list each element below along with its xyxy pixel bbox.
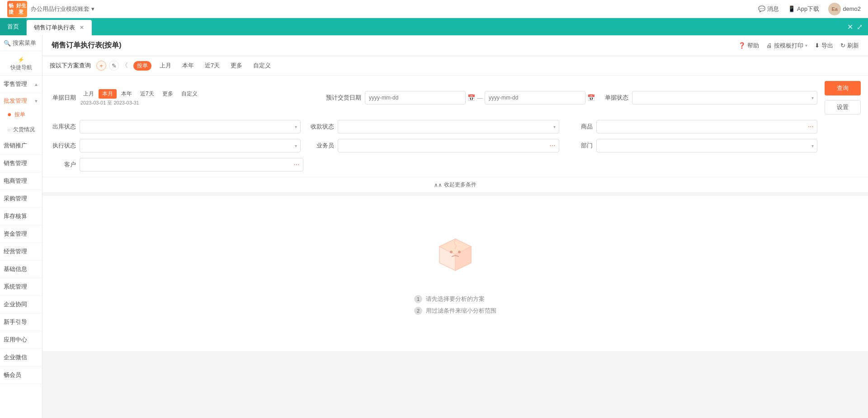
help-btn[interactable]: ❓ 帮助 (738, 42, 759, 50)
print-icon: 🖨 (766, 42, 772, 49)
app-download-item[interactable]: 📱 App下载 (788, 5, 819, 13)
refresh-btn[interactable]: ↻ 刷新 (840, 42, 859, 50)
template-print-btn[interactable]: 🖨 按模板打印 ▾ (766, 42, 807, 50)
quick-nav-icon: ⚡ (18, 57, 24, 63)
message-item[interactable]: 💬 消息 (758, 5, 779, 13)
tab-home-label: 首页 (7, 23, 19, 31)
sidebar: 🔍 搜索菜单 ⚡ 快捷导航 零售管理 ▲ 批发管理 ▼ ● 按单 ○ (0, 35, 42, 418)
delivery-date-start-input[interactable] (365, 91, 466, 104)
tab-maximize-icon[interactable]: ⤢ (857, 23, 863, 31)
date-opt-this-year[interactable]: 本年 (118, 89, 136, 99)
outbound-select[interactable] (80, 120, 301, 133)
user-item[interactable]: Ea demo2 (828, 3, 861, 15)
department-select[interactable] (596, 139, 817, 152)
sidebar-item-marketing[interactable]: 营销推广 (0, 137, 42, 155)
sidebar-search[interactable]: 🔍 搜索菜单 (0, 35, 42, 51)
department-select-wrapper: ▾ (596, 139, 817, 152)
salesperson-control: ··· (338, 139, 559, 152)
tip-num-2: 2 (414, 307, 422, 315)
scheme-tag-more[interactable]: 更多 (228, 61, 245, 71)
date-opt-last-month[interactable]: 上月 (80, 89, 98, 99)
header-left: 畅捷 好生意 办公用品行业模拟账套 ▾ (7, 1, 94, 17)
filter-row-1: 单据日期 上月 本月 本年 近7天 更多 自定义 2023- (50, 81, 861, 114)
sidebar-item-sales-mgmt[interactable]: 销售管理 (0, 155, 42, 172)
collapse-bar[interactable]: ∧∧ 收起更多条件 (42, 177, 868, 192)
date-opt-this-month[interactable]: 本月 (99, 89, 117, 99)
user-name: demo2 (843, 5, 861, 12)
scheme-tag-custom[interactable]: 自定义 (250, 61, 274, 71)
tab-close-all-icon[interactable]: ✕ (847, 23, 853, 31)
payment-select[interactable] (338, 120, 559, 133)
delivery-date-label: 预计交货日期 (326, 94, 361, 102)
sidebar-item-wechat-label: 企业微信 (4, 353, 27, 361)
sidebar-quick-nav[interactable]: ⚡ 快捷导航 (0, 54, 42, 74)
date-opt-last7[interactable]: 近7天 (137, 89, 158, 99)
payment-label: 收款状态 (308, 123, 334, 131)
sidebar-item-basic[interactable]: 基础信息 (0, 261, 42, 278)
doc-date-control: 上月 本月 本年 近7天 更多 自定义 2023-03-01 至 2023-03 (80, 89, 319, 106)
sidebar-item-system-label: 系统管理 (4, 283, 27, 291)
breadcrumb-arrow-icon[interactable]: ▾ (91, 5, 94, 12)
date-end-calendar-icon[interactable]: 📅 (587, 94, 595, 101)
product-ellipsis-icon[interactable]: ··· (806, 123, 816, 131)
search-button[interactable]: 查询 (825, 81, 861, 95)
settings-button[interactable]: 设置 (825, 100, 861, 114)
outbound-label: 出库状态 (50, 123, 76, 131)
sidebar-item-enterprise[interactable]: 企业协同 (0, 296, 42, 314)
svg-point-3 (450, 251, 453, 253)
tab-close-icon[interactable]: ✕ (80, 24, 84, 31)
salesperson-ellipsis-icon[interactable]: ··· (547, 142, 557, 150)
doc-date-label: 单据日期 (50, 94, 76, 102)
sidebar-item-system[interactable]: 系统管理 (0, 278, 42, 296)
scheme-add-icon: + (99, 62, 103, 69)
export-btn[interactable]: ⬇ 导出 (815, 42, 833, 50)
tab-sales-exec[interactable]: 销售订单执行表 ✕ (27, 20, 92, 35)
scheme-tag-thisyear[interactable]: 本年 (179, 61, 197, 71)
scheme-collapse-icon[interactable]: 《 (122, 62, 128, 70)
scheme-tag-last7[interactable]: 近7天 (202, 61, 222, 71)
payment-select-wrapper: ▾ (338, 120, 559, 133)
sidebar-item-wechat[interactable]: 企业微信 (0, 349, 42, 366)
doc-status-select[interactable] (632, 91, 817, 104)
sidebar-item-wholesale[interactable]: 批发管理 ▼ (0, 93, 42, 107)
avatar-text: Ea (832, 6, 838, 12)
sidebar-quick-nav-section: ⚡ 快捷导航 (0, 51, 42, 76)
sidebar-item-guide[interactable]: 新手引导 (0, 314, 42, 331)
date-opt-custom[interactable]: 自定义 (178, 89, 201, 99)
sidebar-item-inventory[interactable]: 库存核算 (0, 208, 42, 225)
scheme-edit-btn[interactable]: ✎ (109, 61, 119, 71)
scheme-tag-lastmonth[interactable]: 上月 (157, 61, 174, 71)
filter-row-3: 执行状态 ▾ 业务员 ··· (50, 139, 861, 152)
tab-sales-exec-label: 销售订单执行表 (34, 24, 75, 32)
scheme-tag-order[interactable]: 按单 (133, 61, 151, 71)
salesperson-input[interactable] (338, 139, 559, 152)
sidebar-item-finance[interactable]: 资金管理 (0, 225, 42, 243)
filter-row-4: 客户 ··· (50, 158, 861, 171)
filter-item-doc-date: 单据日期 上月 本月 本年 近7天 更多 自定义 2023- (50, 89, 319, 106)
sidebar-item-ecommerce[interactable]: 电商管理 (0, 172, 42, 190)
breadcrumb: 办公用品行业模拟账套 ▾ (31, 5, 94, 13)
sidebar-sub-item-order[interactable]: ● 按单 (0, 107, 42, 122)
sidebar-item-retail[interactable]: 零售管理 ▲ (0, 76, 42, 93)
customer-ellipsis-icon[interactable]: ··· (292, 161, 301, 169)
tip-text-1: 请先选择要分析的方案 (426, 295, 485, 303)
sidebar-item-guide-label: 新手引导 (4, 318, 27, 326)
sidebar-item-appstore[interactable]: 应用中心 (0, 331, 42, 349)
logo-text-line1: 畅捷 (7, 3, 15, 14)
tab-bar: 首页 销售订单执行表 ✕ ✕ ⤢ (0, 18, 868, 35)
sidebar-sub-item-debt[interactable]: ○ 欠货情况 (0, 122, 42, 137)
sidebar-item-member[interactable]: 畅会员 (0, 366, 42, 384)
scheme-add-btn[interactable]: + (96, 61, 106, 71)
product-input[interactable] (596, 120, 817, 133)
customer-control: ··· (80, 158, 303, 171)
sidebar-item-purchase[interactable]: 采购管理 (0, 190, 42, 208)
delivery-date-end-input[interactable] (485, 91, 585, 104)
sidebar-item-basic-label: 基础信息 (4, 265, 27, 273)
date-start-calendar-icon[interactable]: 📅 (467, 94, 475, 101)
tab-home[interactable]: 首页 (0, 18, 27, 35)
date-opt-more[interactable]: 更多 (159, 89, 177, 99)
sidebar-item-operations[interactable]: 经营管理 (0, 243, 42, 261)
customer-input[interactable] (80, 158, 303, 171)
search-settings-col: 查询 设置 (825, 81, 861, 114)
exec-status-select[interactable] (80, 139, 301, 152)
